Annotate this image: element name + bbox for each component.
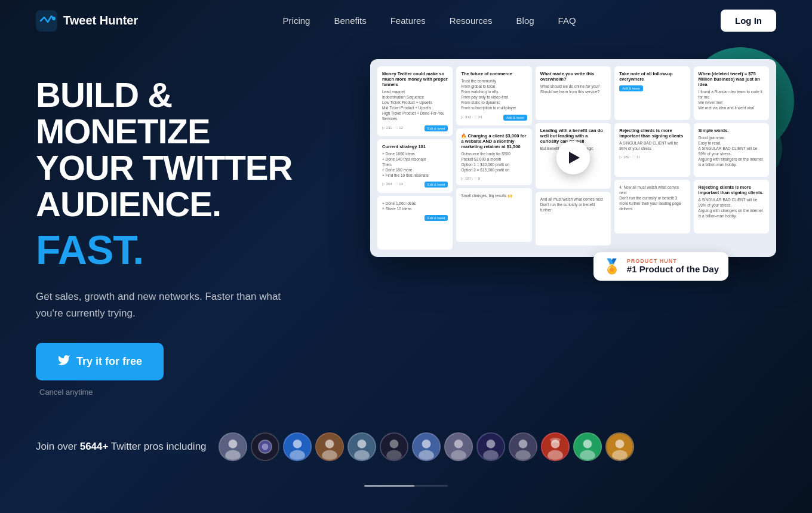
svg-point-24	[454, 440, 463, 449]
svg-point-25	[451, 450, 466, 460]
medal-icon: 🏅	[603, 258, 621, 275]
avatar	[605, 432, 634, 461]
ph-award: #1 Product of the Day	[627, 264, 719, 274]
play-button[interactable]	[556, 141, 590, 174]
nav-link-benefits[interactable]: Benefits	[334, 16, 366, 26]
svg-point-34	[548, 450, 563, 460]
nav-item-blog[interactable]: Blog	[516, 16, 534, 26]
cancel-text: Cancel anytime	[39, 388, 346, 397]
tweet-card: Small changes, big results 🙌	[456, 188, 531, 242]
play-triangle-icon	[569, 152, 580, 164]
hero-title-line2: YOUR TWITTER	[36, 148, 292, 187]
nav-item-features[interactable]: Features	[390, 16, 426, 26]
social-proof-section: Join over 5644+ Twitter pros including	[0, 397, 812, 473]
tweet-card: Rejecting clients is more important than…	[694, 180, 769, 234]
tweet-card: And all must watch what comes nextDon't …	[536, 192, 611, 245]
svg-point-10	[290, 450, 305, 460]
nav-link-features[interactable]: Features	[390, 16, 426, 26]
avatar	[444, 432, 473, 461]
ph-label: PRODUCT HUNT	[627, 258, 719, 264]
svg-point-21	[422, 440, 430, 449]
svg-point-27	[486, 440, 495, 449]
tweet-card: + Done 1,660 ideas+ Share 10 ideas Edit …	[377, 196, 453, 250]
tweet-card: Money Twitter could make so much more mo…	[377, 66, 453, 136]
avatar	[541, 432, 570, 461]
svg-point-22	[419, 450, 434, 460]
nav-link-resources[interactable]: Resources	[450, 16, 493, 26]
svg-point-39	[615, 440, 624, 449]
tweet-card: The future of commerce Trust the communi…	[456, 66, 531, 125]
svg-point-1	[52, 17, 56, 20]
ph-badge-text: PRODUCT HUNT #1 Product of the Day	[627, 258, 719, 274]
svg-point-15	[357, 440, 366, 449]
tweet-card: 🔥 Charging a client $3,000 for a website…	[456, 128, 531, 185]
avatar	[315, 432, 344, 461]
tweet-card: Simple words. Good grammar.Easy to read.…	[694, 123, 769, 177]
avatar	[219, 432, 247, 461]
svg-point-19	[386, 450, 402, 460]
progress-bar	[364, 485, 448, 487]
svg-point-37	[580, 450, 595, 460]
nav-item-resources[interactable]: Resources	[450, 16, 493, 26]
login-button[interactable]: Log In	[721, 10, 776, 32]
hero-title: BUILD & MONETIZE YOUR TWITTER AUDIENCE.	[36, 77, 346, 223]
avatar	[412, 432, 441, 461]
svg-point-30	[518, 440, 527, 449]
tweet-card: Take note of all follow-up everywhere Ad…	[614, 66, 690, 120]
tweet-card: Rejecting clients is more important than…	[614, 123, 690, 177]
cta-label: Try it for free	[76, 355, 142, 368]
user-count: 5644+	[80, 441, 109, 452]
product-hunt-badge: 🏅 PRODUCT HUNT #1 Product of the Day	[593, 252, 728, 281]
twitter-icon	[57, 354, 70, 370]
join-text: Join over 5644+ Twitter pros including	[36, 441, 207, 453]
progress-fill	[364, 485, 414, 487]
navbar: Tweet Hunter Pricing Benefits Features R…	[0, 0, 812, 41]
avatar	[573, 432, 602, 461]
svg-point-16	[354, 450, 370, 460]
svg-point-7	[262, 443, 268, 450]
nav-item-faq[interactable]: FAQ	[558, 16, 576, 26]
nav-item-pricing[interactable]: Pricing	[283, 16, 310, 26]
hero-section: BUILD & MONETIZE YOUR TWITTER AUDIENCE. …	[0, 41, 812, 397]
nav-link-blog[interactable]: Blog	[516, 16, 534, 26]
svg-point-9	[293, 440, 302, 449]
tweet-card: 4. Now all must watch what comes nextDon…	[614, 180, 690, 234]
tweet-card: Current strategy 101 + Done 1660 ideas+ …	[377, 139, 453, 193]
logo-icon	[36, 10, 57, 32]
progress-section	[0, 473, 812, 499]
svg-point-13	[322, 450, 337, 460]
hero-title-line3: AUDIENCE.	[36, 185, 221, 223]
hero-title-fast: FAST.	[36, 228, 346, 272]
svg-point-18	[389, 440, 398, 449]
hero-right: Money Twitter could make so much more mo…	[370, 65, 776, 304]
join-prefix: Join over	[36, 441, 80, 452]
svg-point-3	[228, 440, 237, 449]
product-screenshot: Money Twitter could make so much more mo…	[370, 59, 776, 257]
join-suffix: Twitter pros including	[108, 441, 206, 452]
cta-button[interactable]: Try it for free	[36, 343, 164, 380]
svg-point-28	[483, 450, 499, 460]
svg-point-36	[583, 440, 592, 449]
svg-point-31	[515, 450, 531, 460]
tweet-card: What made you write this overwhelm? What…	[536, 66, 611, 120]
tweet-card: When (deleted tweet) = $75 Million busin…	[694, 66, 769, 120]
hero-left: BUILD & MONETIZE YOUR TWITTER AUDIENCE. …	[36, 65, 346, 397]
avatar	[251, 432, 279, 461]
svg-point-12	[325, 440, 334, 449]
logo-area[interactable]: Tweet Hunter	[36, 10, 138, 32]
avatar	[283, 432, 312, 461]
hero-subtitle: Get sales, growth and new networks. Fast…	[36, 288, 299, 321]
svg-point-4	[225, 450, 241, 460]
avatar	[380, 432, 408, 461]
tweet-grid: Money Twitter could make so much more mo…	[370, 59, 776, 257]
nav-link-pricing[interactable]: Pricing	[283, 16, 310, 26]
avatars-row	[219, 432, 634, 461]
avatar	[476, 432, 505, 461]
hero-title-line1: BUILD & MONETIZE	[36, 75, 210, 150]
brand-name: Tweet Hunter	[63, 14, 138, 27]
svg-point-40	[612, 450, 628, 460]
nav-item-benefits[interactable]: Benefits	[334, 16, 366, 26]
nav-link-faq[interactable]: FAQ	[558, 16, 576, 26]
nav-links: Pricing Benefits Features Resources Blog…	[283, 16, 576, 26]
avatar	[347, 432, 376, 461]
